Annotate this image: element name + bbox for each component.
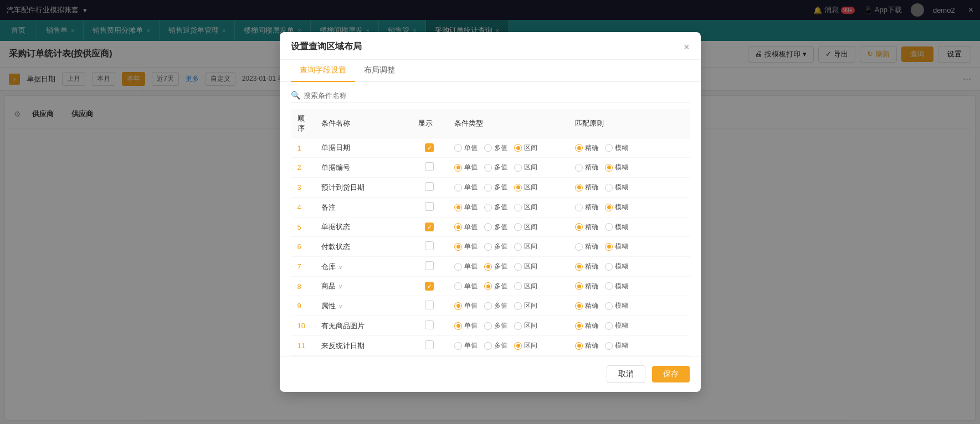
type-radio-多值[interactable]: 多值 <box>484 242 507 251</box>
radio-circle-icon <box>484 282 492 290</box>
type-radio-多值[interactable]: 多值 <box>484 203 507 212</box>
type-radio-区间[interactable]: 区间 <box>514 143 537 153</box>
display-checkbox[interactable] <box>425 261 434 270</box>
search-input[interactable] <box>304 91 690 100</box>
display-checkbox[interactable] <box>425 320 434 329</box>
type-radio-区间[interactable]: 区间 <box>514 341 537 350</box>
type-radio-区间[interactable]: 区间 <box>514 223 537 232</box>
type-radio-区间[interactable]: 区间 <box>514 163 537 172</box>
display-checkbox[interactable] <box>425 223 434 231</box>
radio-circle-icon <box>454 342 462 350</box>
radio-circle-icon <box>575 282 583 290</box>
save-button[interactable]: 保存 <box>652 366 690 382</box>
display-checkbox[interactable] <box>425 182 434 191</box>
radio-circle-icon <box>605 302 613 310</box>
tab-query-fields[interactable]: 查询字段设置 <box>291 60 355 82</box>
radio-label: 多值 <box>494 321 507 330</box>
type-radio-多值[interactable]: 多值 <box>484 143 507 153</box>
match-radio-group: 精确模糊 <box>575 203 683 212</box>
order-number: 3 <box>297 183 301 192</box>
radio-label: 模糊 <box>615 301 628 311</box>
type-radio-区间[interactable]: 区间 <box>514 321 537 330</box>
table-row: 2单据编号单值多值区间精确模糊 <box>291 158 690 178</box>
condition-name: 单据编号 <box>321 163 350 172</box>
order-number: 5 <box>297 223 301 231</box>
match-radio-模糊[interactable]: 模糊 <box>605 143 628 153</box>
match-radio-模糊[interactable]: 模糊 <box>605 223 628 232</box>
radio-label: 多值 <box>494 242 507 251</box>
type-radio-区间[interactable]: 区间 <box>514 203 537 212</box>
match-radio-精确[interactable]: 精确 <box>575 262 598 271</box>
order-number: 1 <box>297 144 301 152</box>
match-radio-模糊[interactable]: 模糊 <box>605 242 628 251</box>
radio-circle-icon <box>605 164 613 172</box>
type-radio-多值[interactable]: 多值 <box>484 341 507 350</box>
dialog-close-button[interactable]: × <box>684 42 690 52</box>
match-radio-精确[interactable]: 精确 <box>575 183 598 192</box>
type-radio-group: 单值多值区间 <box>454 341 562 350</box>
type-radio-单值[interactable]: 单值 <box>454 203 478 212</box>
type-radio-单值[interactable]: 单值 <box>454 341 478 350</box>
match-radio-模糊[interactable]: 模糊 <box>605 203 628 212</box>
type-radio-多值[interactable]: 多值 <box>484 163 507 172</box>
cancel-button[interactable]: 取消 <box>607 365 645 383</box>
radio-label: 单值 <box>464 163 478 172</box>
display-checkbox[interactable] <box>425 202 434 211</box>
type-radio-单值[interactable]: 单值 <box>454 282 478 291</box>
display-checkbox[interactable] <box>425 241 434 250</box>
match-radio-模糊[interactable]: 模糊 <box>605 341 628 350</box>
match-radio-group: 精确模糊 <box>575 301 683 311</box>
match-radio-精确[interactable]: 精确 <box>575 203 598 212</box>
match-radio-模糊[interactable]: 模糊 <box>605 282 628 291</box>
display-cell <box>412 277 448 296</box>
type-radio-区间[interactable]: 区间 <box>514 183 537 192</box>
radio-circle-icon <box>514 342 522 350</box>
match-radio-精确[interactable]: 精确 <box>575 163 598 172</box>
radio-circle-icon <box>484 204 492 211</box>
tab-layout-adjust[interactable]: 布局调整 <box>355 60 404 82</box>
type-radio-多值[interactable]: 多值 <box>484 301 507 311</box>
match-radio-精确[interactable]: 精确 <box>575 223 598 232</box>
match-radio-精确[interactable]: 精确 <box>575 242 598 251</box>
match-radio-精确[interactable]: 精确 <box>575 301 598 311</box>
dialog-body: 🔍 顺序 条件名称 显示 条件类型 匹配原则 1单据日期单值多值区间精确模糊2单… <box>280 82 701 356</box>
type-radio-多值[interactable]: 多值 <box>484 321 507 330</box>
type-radio-单值[interactable]: 单值 <box>454 262 478 271</box>
type-radio-区间[interactable]: 区间 <box>514 282 537 291</box>
radio-circle-icon <box>514 184 522 192</box>
match-radio-精确[interactable]: 精确 <box>575 143 598 153</box>
type-radio-单值[interactable]: 单值 <box>454 183 478 192</box>
match-radio-精确[interactable]: 精确 <box>575 321 598 330</box>
type-radio-区间[interactable]: 区间 <box>514 242 537 251</box>
type-radio-多值[interactable]: 多值 <box>484 282 507 291</box>
match-radio-模糊[interactable]: 模糊 <box>605 262 628 271</box>
match-radio-模糊[interactable]: 模糊 <box>605 321 628 330</box>
radio-label: 模糊 <box>615 163 628 172</box>
display-checkbox[interactable] <box>425 301 434 309</box>
type-radio-单值[interactable]: 单值 <box>454 321 478 330</box>
match-radio-精确[interactable]: 精确 <box>575 282 598 291</box>
type-radio-多值[interactable]: 多值 <box>484 262 507 271</box>
radio-label: 区间 <box>524 163 537 172</box>
type-radio-区间[interactable]: 区间 <box>514 262 537 271</box>
match-radio-模糊[interactable]: 模糊 <box>605 301 628 311</box>
type-radio-单值[interactable]: 单值 <box>454 301 478 311</box>
dropdown-arrow-icon: ∨ <box>337 264 342 270</box>
radio-circle-icon <box>575 204 583 211</box>
type-radio-单值[interactable]: 单值 <box>454 143 478 153</box>
type-radio-多值[interactable]: 多值 <box>484 183 507 192</box>
type-radio-单值[interactable]: 单值 <box>454 223 478 232</box>
display-checkbox[interactable] <box>425 340 434 349</box>
type-radio-区间[interactable]: 区间 <box>514 301 537 311</box>
type-radio-单值[interactable]: 单值 <box>454 163 478 172</box>
type-radio-多值[interactable]: 多值 <box>484 223 507 232</box>
display-checkbox[interactable] <box>425 143 434 152</box>
match-radio-模糊[interactable]: 模糊 <box>605 183 628 192</box>
match-radio-精确[interactable]: 精确 <box>575 341 598 350</box>
type-radio-单值[interactable]: 单值 <box>454 242 478 251</box>
display-checkbox[interactable] <box>425 162 434 171</box>
type-cell: 单值多值区间 <box>448 138 568 158</box>
match-radio-模糊[interactable]: 模糊 <box>605 163 628 172</box>
display-checkbox[interactable] <box>425 282 434 291</box>
table-row: 9属性 ∨单值多值区间精确模糊 <box>291 296 690 316</box>
